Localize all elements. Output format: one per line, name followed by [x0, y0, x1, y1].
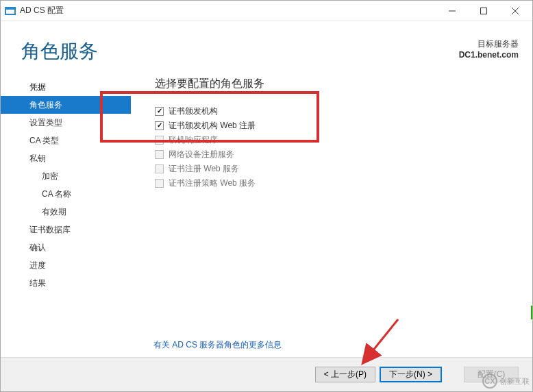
maximize-icon — [480, 8, 487, 14]
body: 凭据 角色服务 设置类型 CA 类型 私钥 加密 CA 名称 有效期 证书数据库… — [1, 77, 532, 292]
checkbox-label-ca-web: 证书颁发机构 Web 注册 — [169, 120, 256, 132]
checkbox-row-ndes: 网络设备注册服务 — [155, 148, 519, 161]
target-server-label: 目标服务器 — [459, 38, 519, 50]
checkbox-ndes — [155, 150, 164, 159]
maximize-button[interactable] — [468, 1, 499, 21]
checkbox-row-ca-web: 证书颁发机构 Web 注册 — [155, 119, 519, 132]
nav-item-ca-name[interactable]: CA 名称 — [1, 185, 131, 203]
checkbox-row-ocsp: 联机响应程序 — [155, 134, 519, 147]
checkbox-label-ocsp: 联机响应程序 — [169, 134, 218, 146]
watermark-text: 创新互联 — [499, 376, 530, 387]
checkbox-row-ces: 证书注册 Web 服务 — [155, 162, 519, 175]
checkbox-cep — [155, 179, 164, 188]
nav-item-cryptography[interactable]: 加密 — [1, 167, 131, 185]
right-edge-accent — [531, 306, 532, 319]
main-content: 选择要配置的角色服务 证书颁发机构 证书颁发机构 Web 注册 联机响应程序 网… — [131, 77, 532, 292]
close-icon — [512, 8, 519, 14]
prev-button[interactable]: < 上一步(P) — [315, 367, 375, 382]
more-info-link[interactable]: 有关 AD CS 服务器角色的更多信息 — [153, 340, 282, 350]
nav-item-private-key[interactable]: 私钥 — [1, 149, 131, 167]
checkbox-ca[interactable] — [155, 107, 164, 116]
nav-item-setup-type[interactable]: 设置类型 — [1, 114, 131, 132]
nav-item-confirm[interactable]: 确认 — [1, 238, 131, 256]
nav-item-progress[interactable]: 进度 — [1, 256, 131, 274]
target-server-value: DC1.benet.com — [459, 50, 519, 60]
header: 角色服务 目标服务器 DC1.benet.com — [1, 21, 532, 77]
minimize-icon — [449, 8, 456, 14]
nav-item-role-services[interactable]: 角色服务 — [1, 96, 131, 114]
page-title: 角色服务 — [21, 38, 459, 64]
checkbox-row-ca: 证书颁发机构 — [155, 105, 519, 118]
minimize-button[interactable] — [436, 1, 468, 21]
button-bar: < 上一步(P) 下一步(N) > 配置(C) 取消 — [1, 357, 532, 391]
window-controls — [436, 1, 531, 21]
close-button[interactable] — [499, 1, 531, 21]
checkbox-label-ca: 证书颁发机构 — [169, 106, 218, 117]
checkbox-label-ndes: 网络设备注册服务 — [169, 149, 234, 160]
checkbox-label-cep: 证书注册策略 Web 服务 — [169, 177, 256, 189]
svg-rect-4 — [481, 8, 487, 14]
nav-sidebar: 凭据 角色服务 设置类型 CA 类型 私钥 加密 CA 名称 有效期 证书数据库… — [1, 77, 131, 292]
more-info-row: 有关 AD CS 服务器角色的更多信息 — [153, 338, 282, 351]
nav-item-cert-db[interactable]: 证书数据库 — [1, 221, 131, 238]
checkbox-row-cep: 证书注册策略 Web 服务 — [155, 177, 519, 190]
svg-rect-2 — [6, 8, 14, 10]
checkbox-ca-web[interactable] — [155, 121, 164, 130]
svg-line-7 — [364, 319, 398, 362]
nav-item-ca-type[interactable]: CA 类型 — [1, 132, 131, 149]
section-heading: 选择要配置的角色服务 — [155, 77, 519, 91]
watermark-icon: CX — [482, 373, 497, 389]
checkbox-ces — [155, 164, 164, 173]
next-button[interactable]: 下一步(N) > — [380, 367, 442, 382]
app-icon — [5, 5, 16, 16]
title-bar: AD CS 配置 — [1, 1, 532, 21]
target-server-block: 目标服务器 DC1.benet.com — [459, 38, 519, 64]
checkbox-ocsp — [155, 136, 164, 145]
nav-item-credentials[interactable]: 凭据 — [1, 78, 131, 96]
nav-item-validity[interactable]: 有效期 — [1, 203, 131, 221]
window-title: AD CS 配置 — [20, 5, 436, 16]
watermark: CX 创新互联 — [482, 373, 530, 389]
checkbox-label-ces: 证书注册 Web 服务 — [169, 163, 239, 175]
nav-item-results[interactable]: 结果 — [1, 274, 131, 292]
